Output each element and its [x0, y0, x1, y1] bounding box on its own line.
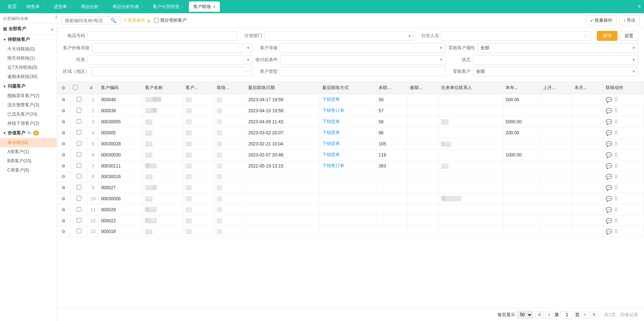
message-action-icon[interactable]: 💬 [606, 163, 612, 169]
nature-select[interactable]: ▾ [87, 55, 253, 64]
row-settings[interactable]: ⚙ [57, 204, 70, 215]
row-checkbox-cell[interactable] [70, 138, 88, 149]
select-all-checkbox[interactable] [73, 85, 78, 90]
sidebar-item-c-class[interactable]: C类客户(6) [0, 166, 57, 175]
value-refresh-icon[interactable]: ↻ [28, 131, 31, 135]
message-action-icon[interactable]: 💬 [606, 152, 612, 158]
row-checkbox-cell[interactable] [70, 193, 88, 204]
row-checkbox-cell[interactable] [70, 149, 88, 160]
row-last-way[interactable]: 下销货单 [320, 116, 376, 127]
row-settings[interactable]: ⚙ [57, 94, 70, 105]
sidebar-item-declining[interactable]: 持续下滑客户(2) [0, 119, 57, 128]
row-last-way[interactable]: 下销售订单 [320, 160, 376, 172]
nav-tab-purchase[interactable]: 进货单 × [49, 1, 76, 12]
row-checkbox[interactable] [77, 229, 81, 233]
row-checkbox[interactable] [77, 174, 81, 179]
last-way-link[interactable]: 下销货单 [322, 141, 340, 146]
row-checkbox[interactable] [77, 108, 81, 113]
sidebar-item-7days[interactable]: 近7天待联络(0) [0, 63, 57, 72]
row-last-way[interactable]: 下销售订单 [320, 105, 376, 116]
row-name[interactable]: 逆___ [143, 160, 183, 172]
row-name[interactable]: ___ [143, 172, 183, 182]
more-action-icon[interactable]: ⠿ [614, 163, 618, 169]
row-checkbox-cell[interactable] [70, 105, 88, 116]
row-name[interactable]: ___亲仙 [143, 94, 183, 105]
sidebar-collapse-icon[interactable]: « [51, 26, 54, 32]
more-action-icon[interactable]: ⠿ [614, 130, 618, 136]
row-name[interactable]: ___公 [143, 182, 183, 193]
region-select[interactable]: ··· [92, 67, 253, 76]
message-action-icon[interactable]: 💬 [606, 174, 612, 180]
row-checkbox[interactable] [77, 218, 81, 223]
sidebar-item-overdue[interactable]: 逾期未联络(30) [0, 72, 57, 81]
row-last-way[interactable] [320, 172, 376, 182]
sidebar-item-b-class[interactable]: B类客户(33) [0, 156, 57, 166]
sidebar-item-abnormal[interactable]: 囤购异常客户(2) [0, 91, 57, 100]
row-last-way[interactable] [320, 215, 376, 226]
settings-col-header[interactable]: ⚙ [57, 82, 70, 94]
last-way-link[interactable]: 下销货单 [322, 152, 340, 157]
row-settings[interactable]: ⚙ [57, 193, 70, 204]
row-checkbox-cell[interactable] [70, 127, 88, 138]
more-action-icon[interactable]: ⠿ [614, 108, 618, 114]
row-checkbox-cell[interactable] [70, 204, 88, 215]
search-icon[interactable]: 🔍 [110, 18, 116, 23]
message-action-icon[interactable]: 💬 [606, 130, 612, 136]
row-checkbox-cell[interactable] [70, 182, 88, 193]
more-action-icon[interactable]: ⠿ [614, 185, 618, 191]
nav-tab-analysis-list-close[interactable]: × [141, 5, 144, 9]
message-action-icon[interactable]: 💬 [606, 108, 612, 114]
row-last-way[interactable] [320, 226, 376, 237]
sidebar-search-input[interactable] [3, 16, 54, 21]
row-checkbox[interactable] [77, 119, 81, 124]
row-settings[interactable]: ⚙ [57, 226, 70, 237]
search-button[interactable]: 查询 [597, 31, 617, 41]
row-settings[interactable]: ⚙ [57, 116, 70, 127]
row-checkbox-cell[interactable] [70, 94, 88, 105]
row-name[interactable]: ___ [143, 138, 183, 149]
row-name[interactable]: ___销 [143, 105, 183, 116]
row-checkbox[interactable] [77, 97, 81, 102]
row-last-way[interactable] [320, 193, 376, 204]
sidebar-item-today[interactable]: 今天待联络(0) [0, 45, 57, 54]
more-action-icon[interactable]: ⠿ [614, 207, 618, 213]
last-way-link[interactable]: 下销售订单 [322, 163, 344, 168]
row-checkbox[interactable] [77, 196, 81, 201]
row-name[interactable]: 汶___ [143, 215, 183, 226]
prev-page-button[interactable]: < [545, 311, 553, 318]
more-action-icon[interactable]: ⠿ [614, 97, 618, 103]
more-action-icon[interactable]: ⠿ [614, 174, 618, 180]
row-last-way[interactable]: 下销货单 [320, 149, 376, 160]
payment-select[interactable]: ▾ [280, 55, 445, 64]
customer-type-select[interactable] [280, 67, 445, 76]
nav-tab-analysis[interactable]: 商品分析 × [77, 1, 108, 12]
checkbox-col-header[interactable] [70, 82, 88, 94]
row-checkbox-cell[interactable] [70, 160, 88, 172]
last-way-link[interactable]: 下销货单 [322, 97, 340, 102]
nav-tab-analysis-close[interactable]: × [101, 5, 103, 9]
nav-tab-customer-contact-close[interactable]: × [213, 5, 215, 9]
message-action-icon[interactable]: 💬 [606, 207, 612, 213]
last-way-link[interactable]: 下销货单 [322, 119, 340, 124]
nav-tab-analysis-list[interactable]: 商品分析列表 × [108, 1, 148, 12]
row-settings[interactable]: ⚙ [57, 127, 70, 138]
batch-ops-button[interactable]: ✓ 批量操作 [586, 15, 616, 25]
sidebar-group-problem[interactable]: ▼ 问题客户 [0, 81, 57, 91]
row-last-way[interactable]: 下销货单 [320, 138, 376, 149]
last-way-link[interactable]: 下销货单 [322, 130, 340, 135]
row-name[interactable]: ___ [143, 127, 183, 138]
message-action-icon[interactable]: 💬 [606, 185, 612, 191]
row-checkbox-cell[interactable] [70, 226, 88, 237]
row-checkbox-cell[interactable] [70, 172, 88, 182]
next-page-button[interactable]: > [581, 311, 589, 318]
nav-tab-customer-layer[interactable]: 客户分层经营 × [148, 1, 188, 12]
row-name[interactable]: ___ [143, 193, 183, 204]
row-settings[interactable]: ⚙ [57, 182, 70, 193]
row-checkbox-cell[interactable] [70, 215, 88, 226]
row-settings[interactable]: ⚙ [57, 215, 70, 226]
row-settings[interactable]: ⚙ [57, 149, 70, 160]
sidebar-all-customers[interactable]: ⊞ 全部客户 « [0, 24, 57, 35]
status-select[interactable]: ▾ [473, 55, 638, 64]
message-action-icon[interactable]: 💬 [606, 229, 612, 234]
row-checkbox[interactable] [77, 152, 81, 157]
